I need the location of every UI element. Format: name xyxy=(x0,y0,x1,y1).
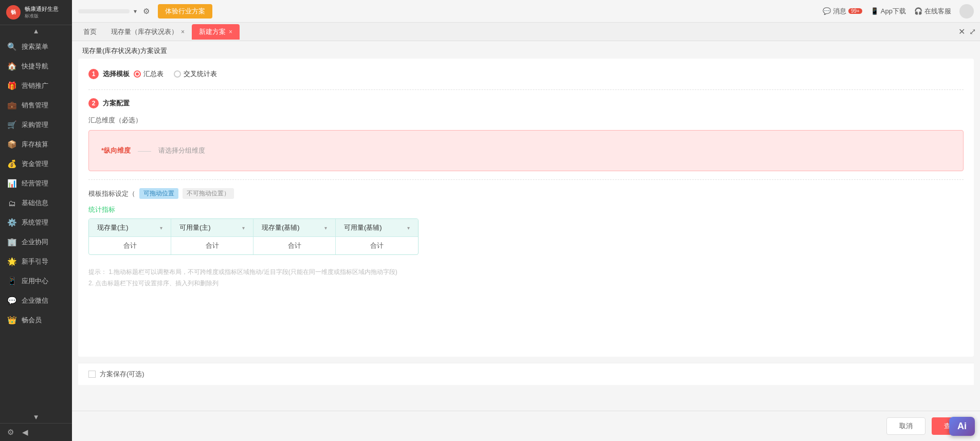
content-area: 现存量(库存状况表)方案设置 1 选择模板 汇总表 交叉统计表 xyxy=(72,41,980,411)
logo-text-group: 畅康通好生意 标准版 xyxy=(25,5,59,19)
stats-section: 统计指标 现存量(主)▾可用量(主)▾现存量(基辅)▾可用量(基辅)▾ 合计合计… xyxy=(88,205,964,256)
tip-item-0: 提示： 1.拖动标题栏可以调整布局，不可跨维度或指标区域拖动/近目字段(只能在同… xyxy=(88,267,964,278)
logo-badge: 标准版 xyxy=(25,13,59,20)
step1-title: 选择模板 xyxy=(103,69,130,79)
trial-button[interactable]: 体验行业方案 xyxy=(158,4,212,19)
stats-table-header: 现存量(主)▾可用量(主)▾现存量(基辅)▾可用量(基辅)▾ xyxy=(89,219,418,236)
cancel-button[interactable]: 取消 xyxy=(886,417,925,435)
gear-icon[interactable]: ⚙ xyxy=(143,7,150,16)
page-title: 现存量(库存状况表)方案设置 xyxy=(72,41,980,59)
sidebar-item-purchase[interactable]: 🛒 采购管理 xyxy=(0,115,72,135)
sidebar-label-sales: 销售管理 xyxy=(22,101,48,110)
sidebar-icon-shortcut: 🏠 xyxy=(7,62,16,71)
app-download-item[interactable]: 📱 App下载 xyxy=(870,7,906,16)
stats-label: 统计指标 xyxy=(88,205,964,214)
message-badge: 99+ xyxy=(848,8,862,14)
sidebar-item-system[interactable]: ⚙️ 系统管理 xyxy=(0,213,72,232)
radio-cross-label: 交叉统计表 xyxy=(184,69,217,79)
step2-header: 2 方案配置 xyxy=(88,98,964,108)
tab-inventory-status[interactable]: 现存量（库存状况表） × xyxy=(104,24,192,40)
draggable-badge: 可拖动位置 xyxy=(139,188,178,199)
app-download-icon: 📱 xyxy=(870,7,879,15)
step2-badge: 2 xyxy=(88,98,99,108)
main-area: ▾ ⚙ 体验行业方案 💬 消息 99+ 📱 App下载 🎧 在线客服 首页 xyxy=(72,0,980,441)
sidebar-icon-inventory: 📦 xyxy=(7,140,16,149)
sidebar-item-marketing[interactable]: 🎁 营销推广 xyxy=(0,76,72,96)
radio-summary[interactable]: 汇总表 xyxy=(134,69,164,79)
logo-icon: 畅 xyxy=(6,5,21,20)
sidebar-item-shortcut[interactable]: 🏠 快捷导航 xyxy=(0,57,72,76)
window-close-icon[interactable]: ✕ xyxy=(958,27,965,36)
sidebar-item-wechat[interactable]: 💬 企业微信 xyxy=(0,291,72,310)
save-option: 方案保存(可选) xyxy=(78,363,974,385)
dimension-box[interactable]: *纵向维度 —— 请选择分组维度 xyxy=(88,130,964,171)
sidebar-icon-member: 👑 xyxy=(7,316,16,325)
chevron-down-icon-3: ▾ xyxy=(407,225,410,231)
tab-new-plan-label: 新建方案 xyxy=(199,27,226,36)
sidebar-label-system: 系统管理 xyxy=(22,218,48,227)
sidebar-label-finance: 资金管理 xyxy=(22,159,48,169)
sidebar: 畅 畅康通好生意 标准版 ▲ 🔍 搜索菜单 🏠 快捷导航 🎁 营销推广 💼 销售… xyxy=(0,0,72,441)
tips-section: 提示： 1.拖动标题栏可以调整布局，不可跨维度或指标区域拖动/近目字段(只能在同… xyxy=(88,267,964,289)
chevron-down-icon-1: ▾ xyxy=(242,225,245,231)
indicator-settings-label: 模板指标设定（ 可拖动位置 不可拖动位置） xyxy=(88,188,964,199)
sidebar-icon-finance: 💰 xyxy=(7,159,16,169)
collapse-icon[interactable]: ◀ xyxy=(22,428,28,437)
sidebar-scroll-up[interactable]: ▲ xyxy=(0,25,72,37)
dimension-dash: —— xyxy=(138,147,151,155)
sidebar-icon-basic: 🗂 xyxy=(7,199,16,208)
sidebar-item-member[interactable]: 👑 畅会员 xyxy=(0,310,72,330)
app-download-label: App下载 xyxy=(881,7,906,16)
sidebar-label-member: 畅会员 xyxy=(22,316,42,325)
tab-home[interactable]: 首页 xyxy=(76,24,104,40)
stats-table: 现存量(主)▾可用量(主)▾现存量(基辅)▾可用量(基辅)▾ 合计合计合计合计 xyxy=(88,218,419,255)
ai-float-button[interactable]: Ai xyxy=(949,417,975,436)
dropdown-icon[interactable]: ▾ xyxy=(134,8,137,15)
sidebar-label-marketing: 营销推广 xyxy=(22,81,48,90)
sidebar-item-inventory[interactable]: 📦 库存核算 xyxy=(0,135,72,154)
sidebar-item-search[interactable]: 🔍 搜索菜单 xyxy=(0,37,72,57)
radio-summary-label: 汇总表 xyxy=(143,69,164,79)
dimension-required: *纵向维度 xyxy=(101,146,131,155)
sidebar-label-inventory: 库存核算 xyxy=(22,140,48,149)
sidebar-item-appcenter[interactable]: 📱 应用中心 xyxy=(0,271,72,291)
logo-title: 畅康通好生意 xyxy=(25,5,59,12)
settings-icon[interactable]: ⚙ xyxy=(7,428,14,437)
save-option-label: 方案保存(可选) xyxy=(100,370,144,379)
message-item[interactable]: 💬 消息 99+ xyxy=(823,7,862,16)
stats-col-header-label-2: 现存量(基辅) xyxy=(262,223,300,232)
sidebar-scroll-down[interactable]: ▼ xyxy=(0,411,72,423)
stats-col-cell-1: 合计 xyxy=(171,236,253,254)
tab-new-plan-close-icon[interactable]: × xyxy=(229,28,232,35)
sidebar-icon-appcenter: 📱 xyxy=(7,277,16,286)
stats-col-cell-3: 合计 xyxy=(336,236,418,254)
config-panel: 1 选择模板 汇总表 交叉统计表 xyxy=(78,59,974,357)
dimension-label: 汇总维度（必选） xyxy=(88,116,964,125)
stats-col-header-1[interactable]: 可用量(主)▾ xyxy=(171,219,253,236)
sidebar-item-basic[interactable]: 🗂 基础信息 xyxy=(0,193,72,213)
stats-col-header-2[interactable]: 现存量(基辅)▾ xyxy=(253,219,336,236)
sidebar-nav: 🔍 搜索菜单 🏠 快捷导航 🎁 营销推广 💼 销售管理 🛒 采购管理 📦 库存核… xyxy=(0,37,72,411)
sidebar-icon-wechat: 💬 xyxy=(7,296,16,305)
save-checkbox[interactable] xyxy=(88,371,96,378)
sidebar-label-search: 搜索菜单 xyxy=(22,42,48,51)
stats-col-cell-0: 合计 xyxy=(89,236,171,254)
sidebar-item-newguide[interactable]: 🌟 新手引导 xyxy=(0,252,72,271)
stats-col-header-label-3: 可用量(基辅) xyxy=(344,223,382,232)
tab-new-plan[interactable]: 新建方案 × xyxy=(192,24,240,40)
step1-section: 1 选择模板 汇总表 交叉统计表 xyxy=(88,69,964,79)
dimension-hint: 请选择分组维度 xyxy=(158,146,205,155)
sidebar-item-finance[interactable]: 💰 资金管理 xyxy=(0,154,72,174)
stats-col-header-0[interactable]: 现存量(主)▾ xyxy=(89,219,171,236)
radio-cross[interactable]: 交叉统计表 xyxy=(174,69,217,79)
sidebar-item-business[interactable]: 📊 经营管理 xyxy=(0,174,72,193)
window-expand-icon[interactable]: ⤢ xyxy=(969,27,976,36)
sidebar-item-sales[interactable]: 💼 销售管理 xyxy=(0,96,72,115)
sidebar-bottom: ⚙ ◀ xyxy=(0,423,72,441)
user-avatar[interactable] xyxy=(959,4,974,19)
online-service-item[interactable]: 🎧 在线客服 xyxy=(914,7,951,16)
tab-inventory-close-icon[interactable]: × xyxy=(181,28,185,35)
sidebar-item-enterprise[interactable]: 🏢 企业协同 xyxy=(0,232,72,252)
stats-col-header-3[interactable]: 可用量(基辅)▾ xyxy=(336,219,418,236)
topbar: ▾ ⚙ 体验行业方案 💬 消息 99+ 📱 App下载 🎧 在线客服 xyxy=(72,0,980,23)
